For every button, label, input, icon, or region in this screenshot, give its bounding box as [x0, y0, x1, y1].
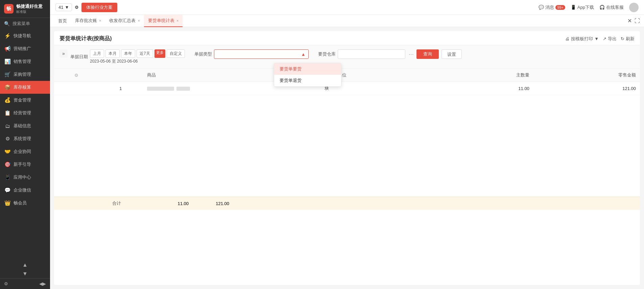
- sidebar-scroll-up[interactable]: ▲: [0, 261, 50, 269]
- row-qty: 11.00: [427, 82, 533, 95]
- sidebar-search[interactable]: 🔍 搜索菜单: [0, 18, 50, 29]
- sidebar-icon-system: ⚙: [4, 136, 11, 142]
- query-btn[interactable]: 查询: [416, 49, 439, 59]
- date-btn-last-month[interactable]: 上月: [90, 49, 104, 58]
- messages-label: 消息: [545, 4, 554, 10]
- date-btn-custom[interactable]: 自定义: [167, 49, 185, 58]
- message-icon: 💬: [539, 5, 544, 10]
- headset-icon: 🎧: [599, 5, 605, 10]
- tab-order-stats[interactable]: 要货单统计表 ×: [144, 15, 183, 27]
- sidebar-label-purchase: 采购管理: [14, 71, 31, 77]
- tab-inventory-batch[interactable]: 库存批次账 ×: [71, 15, 105, 27]
- table-empty-space: [54, 95, 640, 197]
- dropdown-item-0[interactable]: 要货单要货: [274, 63, 341, 75]
- refresh-label: 刷新: [626, 36, 635, 42]
- tab-receivable-close[interactable]: ×: [138, 19, 140, 23]
- sidebar-icon-basic: 🗂: [4, 123, 11, 129]
- row-settings-cell: [54, 82, 98, 95]
- settings-icon-header[interactable]: ⚙: [75, 5, 79, 10]
- sidebar-item-inventory[interactable]: 📦库存核算: [0, 81, 50, 94]
- page-card: 要货单统计表(按商品) 🖨 按模板打印 ▼ ↗ 导出 ↻: [54, 31, 640, 285]
- sidebar-item-appstore[interactable]: 📱应用中心: [0, 171, 50, 184]
- tab-bar: 首页 库存批次账 × 收发存汇总表 × 要货单统计表 × ✕ ⛶: [50, 15, 644, 27]
- tab-inventory-batch-close[interactable]: ×: [99, 19, 101, 23]
- table-body: 1 块 11.00 121.00: [54, 82, 640, 95]
- filter-expand-btn[interactable]: »: [59, 49, 68, 58]
- sidebar-item-quick-nav[interactable]: ⚡快捷导航: [0, 29, 50, 42]
- refresh-btn[interactable]: ↻ 刷新: [621, 36, 635, 42]
- messages-item[interactable]: 💬 消息 99+: [539, 4, 565, 10]
- tab-order-stats-label: 要货单统计表: [148, 18, 174, 24]
- date-btn-7days[interactable]: 近7天: [137, 49, 153, 58]
- settings-btn[interactable]: 设置: [442, 49, 462, 59]
- print-dropdown-icon: ▼: [594, 36, 599, 41]
- date-buttons: 上月 本月 本年 近7天 更多 自定义: [90, 49, 185, 58]
- app-title: 畅捷通好生意: [16, 3, 43, 9]
- page-title: 要货单统计表(按商品): [59, 35, 112, 42]
- type-dropdown: 要货单要货 要货单退货: [274, 63, 341, 87]
- th-settings[interactable]: ⚙: [54, 69, 98, 82]
- settings-icon[interactable]: ⚙: [4, 281, 8, 286]
- sidebar-scroll-down[interactable]: ▼: [0, 269, 50, 278]
- logo-text: 畅捷通好生意 标准版: [16, 3, 43, 14]
- tab-fullscreen-btn[interactable]: ⛶: [635, 18, 640, 24]
- sidebar-label-sales: 销售管理: [14, 59, 31, 65]
- title-actions: 🖨 按模板打印 ▼ ↗ 导出 ↻ 刷新: [565, 36, 635, 42]
- user-avatar[interactable]: [629, 3, 639, 12]
- sidebar-item-basic[interactable]: 🗂基础信息: [0, 119, 50, 132]
- sidebar-item-purchase[interactable]: 🛒采购管理: [0, 68, 50, 81]
- online-service-item[interactable]: 🎧 在线客服: [599, 4, 624, 10]
- sidebar-item-guide[interactable]: 🎯新手引导: [0, 158, 50, 171]
- sidebar-icon-finance: 💰: [4, 97, 11, 103]
- sidebar-item-system[interactable]: ⚙系统管理: [0, 132, 50, 145]
- sidebar-icon-quick-nav: ⚡: [4, 33, 11, 39]
- warehouse-label: 要货仓库: [318, 51, 336, 57]
- sidebar-item-vip[interactable]: 👑畅会员: [0, 197, 50, 209]
- th-amount: 零售金额: [533, 69, 640, 82]
- export-btn[interactable]: ↗ 导出: [603, 36, 617, 42]
- sidebar-item-finance[interactable]: 💰资金管理: [0, 94, 50, 107]
- date-btn-this-month[interactable]: 本月: [105, 49, 120, 58]
- branch-name: 41: [58, 5, 63, 10]
- date-filter-group: 单据日期 上月 本月 本年 近7天 更多 自定义 2023-05-06 至 20…: [70, 49, 185, 64]
- sidebar-label-wechat: 企业微信: [14, 187, 31, 193]
- footer-qty: 11.00: [162, 201, 189, 206]
- sidebar-label-inventory: 库存核算: [14, 84, 31, 90]
- tab-home[interactable]: 首页: [54, 15, 71, 27]
- sidebar-icon-inventory: 📦: [4, 84, 11, 90]
- industry-btn[interactable]: 体验行业方案: [81, 3, 117, 12]
- print-btn[interactable]: 🖨 按模板打印 ▼: [565, 36, 599, 42]
- branch-selector[interactable]: 41 ▼: [55, 3, 72, 11]
- sidebar-item-operation[interactable]: 📋经营管理: [0, 107, 50, 119]
- th-num: [98, 69, 143, 82]
- page-title-bar: 要货单统计表(按商品) 🖨 按模板打印 ▼ ↗ 导出 ↻: [54, 31, 640, 45]
- tab-order-stats-close[interactable]: ×: [176, 19, 178, 23]
- tab-receivable[interactable]: 收发存汇总表 ×: [105, 15, 144, 27]
- refresh-icon: ↻: [621, 36, 624, 41]
- warehouse-more-btn[interactable]: ···: [409, 51, 414, 58]
- tab-bar-actions: ✕ ⛶: [627, 18, 640, 24]
- page-content: 要货单统计表(按商品) 🖨 按模板打印 ▼ ↗ 导出 ↻: [50, 27, 644, 289]
- sidebar-label-system: 系统管理: [14, 136, 31, 142]
- row-num: 1: [98, 82, 143, 95]
- app-download-item[interactable]: 📱 App下载: [571, 4, 594, 10]
- collapse-icon[interactable]: ◀▶: [39, 281, 46, 286]
- date-btn-this-year[interactable]: 本年: [121, 49, 135, 58]
- header-left: 41 ▼ ⚙ 体验行业方案: [55, 3, 117, 12]
- page-inner: 要货单统计表(按商品) 🖨 按模板打印 ▼ ↗ 导出 ↻: [50, 27, 644, 289]
- export-icon: ↗: [603, 36, 606, 41]
- export-label: 导出: [608, 36, 617, 42]
- dropdown-item-1[interactable]: 要货单退货: [274, 75, 341, 86]
- sidebar-item-cooperation[interactable]: 🤝企业协同: [0, 145, 50, 158]
- type-select[interactable]: ▲: [214, 49, 309, 59]
- sidebar-item-wechat[interactable]: 💬企业微信: [0, 184, 50, 197]
- sidebar-label-basic: 基础信息: [14, 123, 31, 129]
- sidebar-item-marketing[interactable]: 📢营销推广: [0, 42, 50, 55]
- sidebar-icon-operation: 📋: [4, 110, 11, 116]
- tab-close-all-btn[interactable]: ✕: [627, 18, 632, 24]
- warehouse-input[interactable]: [338, 49, 405, 59]
- date-more-badge[interactable]: 更多: [154, 49, 165, 58]
- logo-icon: 畅: [4, 4, 14, 14]
- sidebar-item-sales[interactable]: 📊销售管理: [0, 55, 50, 68]
- sidebar-label-guide: 新手引导: [14, 161, 31, 168]
